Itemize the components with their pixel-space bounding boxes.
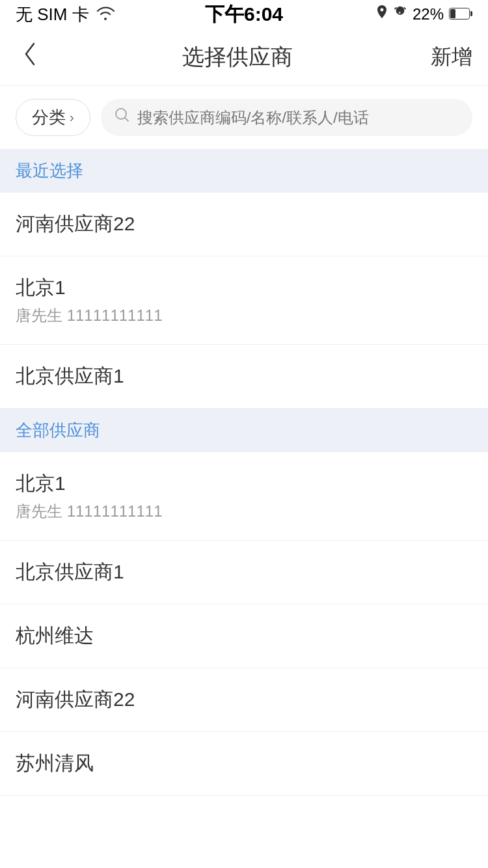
recent-list-item[interactable]: 北京供应商1: [0, 345, 488, 409]
item-sub: 唐先生 11111111111: [16, 501, 472, 522]
item-name: 北京供应商1: [16, 559, 472, 586]
back-button[interactable]: [16, 34, 44, 79]
chevron-icon: ›: [70, 110, 74, 125]
item-sub: 唐先生 11111111111: [16, 305, 472, 326]
carrier-text: 无 SIM 卡: [16, 3, 89, 26]
category-filter[interactable]: 分类 ›: [16, 99, 90, 136]
filter-bar: 分类 ›: [0, 86, 488, 149]
item-name: 河南供应商22: [16, 211, 472, 237]
all-section-header: 全部供应商: [0, 409, 488, 452]
item-name: 北京1: [16, 470, 472, 497]
location-icon: [376, 5, 388, 23]
page-title: 选择供应商: [182, 42, 293, 72]
battery-icon: [449, 5, 472, 23]
alarm-icon: [393, 5, 407, 23]
all-list-item[interactable]: 杭州维达: [0, 604, 488, 668]
category-label: 分类: [32, 106, 66, 129]
item-name: 北京1: [16, 275, 472, 301]
nav-bar: 选择供应商 新增: [0, 29, 488, 86]
item-name: 杭州维达: [16, 623, 472, 649]
all-section-label: 全部供应商: [16, 420, 100, 440]
recent-items-list: 河南供应商22北京1唐先生 11111111111北京供应商1: [0, 193, 488, 409]
all-list-item[interactable]: 河南供应商22: [0, 668, 488, 732]
item-name: 苏州清风: [16, 750, 472, 777]
svg-rect-2: [450, 9, 455, 18]
all-list-item[interactable]: 北京1唐先生 11111111111: [0, 452, 488, 541]
add-button[interactable]: 新增: [431, 43, 472, 72]
status-right: 22%: [376, 5, 472, 23]
search-box[interactable]: [101, 99, 472, 136]
recent-section-label: 最近选择: [16, 161, 83, 180]
recent-list-item[interactable]: 河南供应商22: [0, 193, 488, 256]
recent-section-header: 最近选择: [0, 149, 488, 193]
recent-list-item[interactable]: 北京1唐先生 11111111111: [0, 256, 488, 345]
status-left: 无 SIM 卡: [16, 3, 115, 26]
search-input[interactable]: [137, 109, 459, 127]
wifi-icon: [96, 5, 115, 25]
item-name: 河南供应商22: [16, 686, 472, 713]
battery-text: 22%: [413, 5, 444, 23]
status-bar: 无 SIM 卡 下午6:04 22%: [0, 0, 488, 29]
all-items-list: 北京1唐先生 11111111111北京供应商1杭州维达河南供应商22苏州清风: [0, 452, 488, 796]
status-time: 下午6:04: [205, 1, 283, 28]
search-icon: [114, 107, 131, 128]
all-list-item[interactable]: 北京供应商1: [0, 541, 488, 604]
all-list-item[interactable]: 苏州清风: [0, 732, 488, 796]
item-name: 北京供应商1: [16, 363, 472, 390]
